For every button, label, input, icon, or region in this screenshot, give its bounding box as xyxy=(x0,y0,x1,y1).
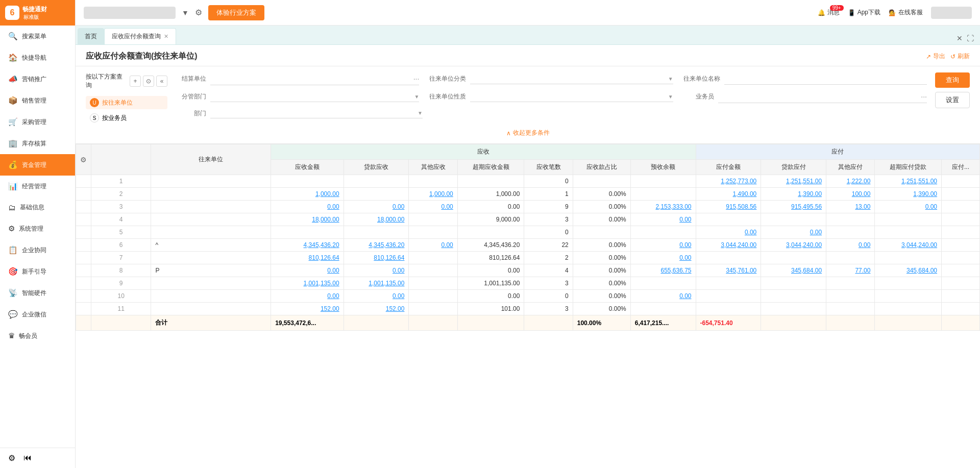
input-salesperson[interactable]: ··· xyxy=(718,90,927,103)
row-prepay[interactable]: 2,153,333.00 xyxy=(630,201,696,213)
row-ar-other[interactable]: 0.00 xyxy=(409,239,457,252)
tab-close-icon[interactable]: ✕ xyxy=(164,33,168,40)
collapse-scheme-button[interactable]: « xyxy=(156,76,167,87)
sidebar-item-hardware[interactable]: 📡 智能硬件 xyxy=(0,282,75,304)
row-ar-loan[interactable]: 0.00 xyxy=(344,264,409,277)
row-ap-other[interactable] xyxy=(826,303,875,315)
row-ar-amount[interactable]: 18,000.00 xyxy=(271,213,344,226)
row-ap-etc[interactable] xyxy=(942,201,980,213)
row-ar-amount[interactable]: 0.00 xyxy=(271,264,344,277)
row-ar-loan[interactable]: 0.00 xyxy=(344,201,409,213)
row-prepay[interactable]: 0.00 xyxy=(630,252,696,264)
row-ar-amount[interactable]: 0.00 xyxy=(271,201,344,213)
row-ap-loan[interactable]: 915,495.56 xyxy=(761,201,826,213)
sidebar-item-operations[interactable]: 📊 经营管理 xyxy=(0,176,75,197)
row-ap-etc[interactable] xyxy=(942,290,980,303)
row-ap-amount[interactable]: 0.00 xyxy=(696,226,761,239)
dropdown-arrow-icon[interactable]: ▼ xyxy=(182,9,189,17)
row-ar-loan[interactable]: 810,126.64 xyxy=(344,252,409,264)
row-ar-other[interactable] xyxy=(409,277,457,290)
settings-gear-icon[interactable]: ⚙ xyxy=(195,8,202,17)
row-ap-amount[interactable] xyxy=(696,303,761,315)
row-prepay[interactable]: 0.00 xyxy=(630,290,696,303)
row-ap-amount[interactable] xyxy=(696,213,761,226)
query-button[interactable]: 查询 xyxy=(935,72,970,88)
row-ap-other[interactable] xyxy=(826,252,875,264)
row-ar-amount[interactable] xyxy=(271,175,344,188)
row-ap-amount[interactable]: 3,044,240.00 xyxy=(696,239,761,252)
row-ap-etc[interactable] xyxy=(942,175,980,188)
row-ap-overdue[interactable] xyxy=(875,226,942,239)
sidebar-item-inventory[interactable]: 🏢 库存核算 xyxy=(0,133,75,154)
sidebar-item-purchase[interactable]: 🛒 采购管理 xyxy=(0,111,75,133)
row-ar-amount[interactable]: 810,126.64 xyxy=(271,252,344,264)
row-ar-other[interactable] xyxy=(409,175,457,188)
table-settings-icon[interactable]: ⚙ xyxy=(80,156,87,164)
row-prepay[interactable] xyxy=(630,303,696,315)
row-ar-loan[interactable] xyxy=(344,175,409,188)
row-prepay[interactable] xyxy=(630,175,696,188)
row-ap-loan[interactable] xyxy=(761,290,826,303)
refresh-button[interactable]: ↺ 刷新 xyxy=(950,52,970,61)
row-ap-overdue[interactable]: 1,390.00 xyxy=(875,188,942,201)
tab-expand-icon[interactable]: ⛶ xyxy=(967,34,974,42)
row-ap-other[interactable] xyxy=(826,213,875,226)
row-ap-amount[interactable]: 915,508.56 xyxy=(696,201,761,213)
row-ar-loan[interactable]: 18,000.00 xyxy=(344,213,409,226)
row-ap-other[interactable]: 77.00 xyxy=(826,264,875,277)
sidebar-item-quick-nav[interactable]: 🏠 快捷导航 xyxy=(0,47,75,68)
row-ap-amount[interactable] xyxy=(696,252,761,264)
row-prepay[interactable] xyxy=(630,277,696,290)
industry-solution-button[interactable]: 体验行业方案 xyxy=(208,5,264,20)
input-settlement-unit[interactable]: ··· xyxy=(210,72,419,85)
row-ap-other[interactable]: 0.00 xyxy=(826,239,875,252)
app-download-button[interactable]: 📱 App下载 xyxy=(848,8,880,17)
row-ap-amount[interactable]: 1,252,773.00 xyxy=(696,175,761,188)
tab-ar-ap-query[interactable]: 应收应付余额查询 ✕ xyxy=(104,28,176,44)
sidebar-item-wechat[interactable]: 💬 企业微信 xyxy=(0,304,75,325)
row-ar-loan[interactable] xyxy=(344,188,409,201)
row-ap-overdue[interactable] xyxy=(875,213,942,226)
sidebar-item-sales[interactable]: 📦 销售管理 xyxy=(0,90,75,111)
row-ap-loan[interactable]: 0.00 xyxy=(761,226,826,239)
message-button[interactable]: 🔔 消息 99+ xyxy=(818,8,840,17)
edit-scheme-button[interactable]: ⊙ xyxy=(143,76,154,87)
row-ar-other[interactable] xyxy=(409,303,457,315)
row-ap-overdue[interactable] xyxy=(875,252,942,264)
add-scheme-button[interactable]: + xyxy=(130,76,141,87)
sidebar-item-finance[interactable]: 💰 资金管理 xyxy=(0,154,75,176)
row-ar-loan[interactable]: 152.00 xyxy=(344,303,409,315)
online-service-button[interactable]: 💁 在线客服 xyxy=(889,8,923,17)
row-ap-loan[interactable]: 1,251,551.00 xyxy=(761,175,826,188)
sidebar-item-member[interactable]: ♛ 畅会员 xyxy=(0,325,75,347)
row-prepay[interactable] xyxy=(630,188,696,201)
row-ar-other[interactable] xyxy=(409,290,457,303)
input-unit-category[interactable]: ▼ xyxy=(470,74,673,84)
row-ap-etc[interactable] xyxy=(942,303,980,315)
row-prepay[interactable] xyxy=(630,226,696,239)
row-ap-overdue[interactable]: 1,251,551.00 xyxy=(875,175,942,188)
row-ar-other[interactable] xyxy=(409,264,457,277)
sidebar-item-marketing[interactable]: 📣 营销推广 xyxy=(0,68,75,90)
row-ap-etc[interactable] xyxy=(942,188,980,201)
row-ap-other[interactable]: 1,222.00 xyxy=(826,175,875,188)
row-ap-overdue[interactable] xyxy=(875,303,942,315)
row-ap-other[interactable]: 100.00 xyxy=(826,188,875,201)
row-ap-loan[interactable] xyxy=(761,213,826,226)
user-avatar-area[interactable] xyxy=(931,7,972,19)
sidebar-item-basic-info[interactable]: 🗂 基础信息 xyxy=(0,197,75,218)
row-ar-other[interactable] xyxy=(409,213,457,226)
row-ap-etc[interactable] xyxy=(942,226,980,239)
row-ap-etc[interactable] xyxy=(942,277,980,290)
tab-close-window-icon[interactable]: ✕ xyxy=(957,34,963,42)
sidebar-item-enterprise[interactable]: 📋 企业协同 xyxy=(0,239,75,261)
row-ap-overdue[interactable]: 3,044,240.00 xyxy=(875,239,942,252)
row-ap-other[interactable] xyxy=(826,277,875,290)
row-ap-other[interactable] xyxy=(826,290,875,303)
row-ar-other[interactable]: 1,000.00 xyxy=(409,188,457,201)
row-ap-other[interactable] xyxy=(826,226,875,239)
row-ap-etc[interactable] xyxy=(942,239,980,252)
row-ap-etc[interactable] xyxy=(942,264,980,277)
row-ar-other[interactable]: 0.00 xyxy=(409,201,457,213)
row-ap-loan[interactable] xyxy=(761,277,826,290)
